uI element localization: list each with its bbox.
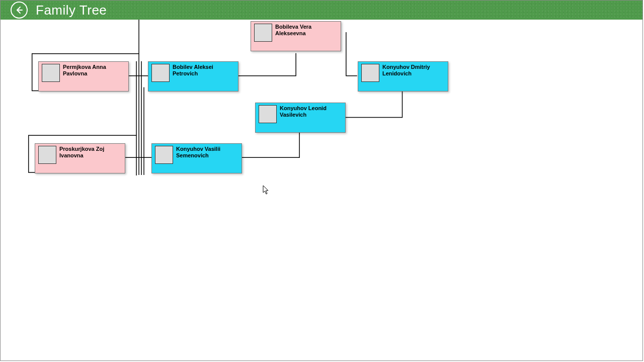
person-name: Proskurjkova Zoj Ivanovna — [59, 146, 122, 159]
back-arrow-icon — [15, 6, 23, 14]
tree-canvas[interactable]: Bobileva Vera Alekseevna Permjkova Anna … — [1, 20, 642, 360]
person-name: Permjkova Anna Pavlovna — [63, 64, 125, 77]
person-card-permjkova[interactable]: Permjkova Anna Pavlovna — [38, 61, 129, 92]
person-photo-icon — [155, 146, 173, 164]
person-name: Konyuhov Leonid Vasilevich — [280, 105, 342, 118]
person-card-bobileva[interactable]: Bobileva Vera Alekseevna — [251, 21, 341, 51]
person-photo-icon — [254, 24, 272, 42]
person-name: Bobilev Aleksei Petrovich — [173, 64, 235, 77]
person-photo-icon — [151, 64, 170, 82]
person-photo-icon — [38, 146, 56, 164]
person-card-bobilev[interactable]: Bobilev Aleksei Petrovich — [148, 61, 238, 92]
person-photo-icon — [361, 64, 379, 82]
person-photo-icon — [259, 105, 277, 123]
person-name: Bobileva Vera Alekseevna — [275, 24, 338, 37]
cursor-icon — [263, 185, 270, 195]
person-card-proskurjkova[interactable]: Proskurjkova Zoj Ivanovna — [35, 143, 125, 173]
page-title: Family Tree — [36, 3, 107, 18]
person-photo-icon — [42, 64, 60, 82]
person-name: Konyuhov Dmitriy Lenidovich — [382, 64, 445, 77]
person-name: Konyuhov Vasilii Semenovich — [176, 146, 238, 159]
person-card-vasilii[interactable]: Konyuhov Vasilii Semenovich — [151, 143, 242, 173]
person-card-leonid[interactable]: Konyuhov Leonid Vasilevich — [255, 103, 346, 133]
person-card-dmitriy[interactable]: Konyuhov Dmitriy Lenidovich — [358, 61, 448, 92]
back-button[interactable] — [11, 2, 28, 19]
app-header: Family Tree — [1, 1, 642, 20]
